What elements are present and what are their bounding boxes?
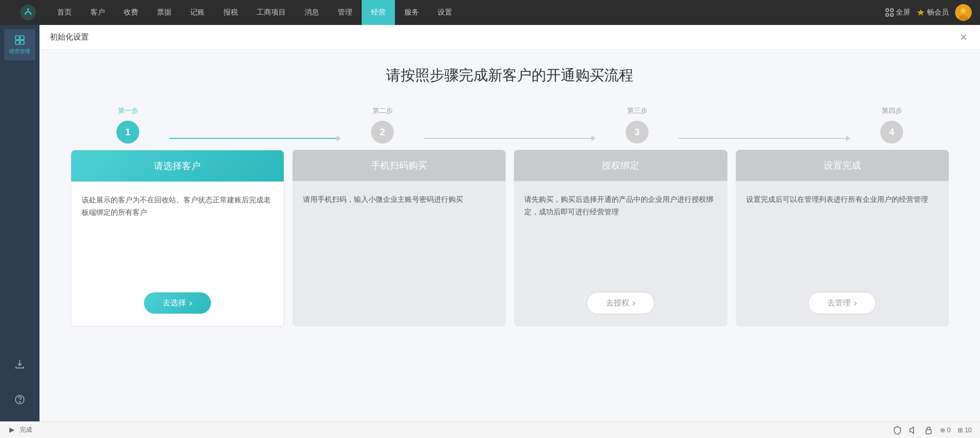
- step-2-wrapper: 第二步 2: [341, 106, 424, 144]
- main-content: 初始化设置 ✕ 请按照步骤完成新客户的开通购买流程 第一步 1: [39, 25, 980, 421]
- nav-tax[interactable]: 报税: [214, 0, 247, 25]
- battery-status: ⊞ 10: [958, 427, 972, 434]
- steps-indicator: 第一步 1 第二步 2: [71, 106, 949, 144]
- main-body: 请按照步骤完成新客户的开通购买流程 第一步 1 第二步: [39, 50, 980, 421]
- card-1-header: 请选择客户: [71, 150, 284, 182]
- nav-invoice[interactable]: 票据: [148, 0, 181, 25]
- page-title: 初始化设置: [50, 32, 89, 42]
- go-authorize-label: 去授权: [606, 298, 629, 308]
- nav-manage[interactable]: 管理: [328, 0, 362, 25]
- nav-service[interactable]: 服务: [395, 0, 428, 25]
- step-4-circle: 4: [880, 121, 903, 144]
- step-2-circle: 2: [371, 121, 394, 144]
- card-2-footer: [293, 306, 506, 327]
- svg-rect-12: [16, 41, 19, 44]
- card-4-header: 设置完成: [736, 150, 949, 181]
- sidebar-support[interactable]: [4, 384, 35, 415]
- card-3: 授权绑定 请先购买，购买后选择开通的产品中的企业用户进行授权绑定，成功后即可进行…: [514, 150, 727, 327]
- connector-2-3: [424, 135, 595, 141]
- card-3-description: 请先购买，购买后选择开通的产品中的企业用户进行授权绑定，成功后即可进行经营管理: [524, 196, 713, 216]
- sidebar-bottom: [4, 349, 35, 421]
- main-layout: 经营管理 初始化设置 ✕ 请按照步骤完成新客户: [0, 25, 980, 421]
- user-avatar[interactable]: [955, 4, 972, 21]
- shield-icon: [893, 426, 902, 434]
- svg-rect-11: [20, 36, 24, 40]
- svg-point-8: [961, 8, 966, 14]
- play-icon: [8, 427, 16, 434]
- go-manage-button[interactable]: 去管理 ›: [808, 292, 876, 314]
- step-3-wrapper: 第三步 3: [595, 106, 679, 144]
- svg-rect-13: [20, 41, 24, 44]
- connector-1-2: [169, 135, 341, 141]
- sidebar-download[interactable]: [4, 349, 35, 380]
- nav-operation[interactable]: 经营: [362, 0, 395, 25]
- card-1-title: 请选择客户: [154, 160, 201, 172]
- svg-rect-2: [886, 9, 889, 11]
- nav-message[interactable]: 消息: [295, 0, 328, 25]
- go-select-arrow: ›: [189, 298, 192, 308]
- card-1-footer: 去选择 ›: [71, 284, 284, 326]
- nav-customer[interactable]: 客户: [81, 0, 114, 25]
- nav-home[interactable]: 首页: [48, 0, 81, 25]
- card-4-description: 设置完成后可以在管理列表进行所有企业用户的经营管理: [746, 196, 928, 203]
- go-authorize-arrow: ›: [632, 298, 635, 308]
- go-select-button[interactable]: 去选择 ›: [144, 292, 211, 314]
- fullscreen-label: 全屏: [896, 8, 910, 17]
- card-4-body: 设置完成后可以在管理列表进行所有企业用户的经营管理: [736, 181, 949, 284]
- status-label: 完成: [20, 426, 32, 434]
- nav-settings[interactable]: 设置: [428, 0, 461, 25]
- step-4-label: 第四步: [882, 106, 902, 115]
- go-manage-label: 去管理: [827, 298, 851, 308]
- nav-accounting[interactable]: 记账: [181, 0, 214, 25]
- svg-rect-18: [926, 430, 931, 434]
- go-authorize-button[interactable]: 去授权 ›: [587, 292, 655, 314]
- fullscreen-btn[interactable]: 全屏: [885, 8, 910, 17]
- vip-btn[interactable]: 畅会员: [917, 8, 949, 17]
- card-1-description: 该处展示的客户为不在回收站、客户状态正常建账后完成老板端绑定的所有客户: [82, 196, 271, 216]
- sidebar-label-operation: 经营管理: [9, 48, 30, 55]
- svg-point-1: [27, 8, 29, 10]
- go-select-label: 去选择: [163, 298, 186, 308]
- nav-right-area: 全屏 畅会员: [885, 4, 972, 21]
- sidebar: 经营管理: [0, 25, 39, 421]
- card-1-body: 该处展示的客户为不在回收站、客户状态正常建账后完成老板端绑定的所有客户: [71, 182, 284, 284]
- top-navigation: 首页 客户 收费 票据 记账 报税 工商项目 消息 管理 经营 服务 设置 全屏…: [0, 0, 980, 25]
- page-heading: 请按照步骤完成新客户的开通购买流程: [71, 66, 949, 85]
- close-button[interactable]: ✕: [957, 31, 970, 44]
- connector-3-4: [679, 135, 850, 141]
- svg-point-0: [20, 5, 36, 20]
- card-3-title: 授权绑定: [602, 159, 639, 172]
- step-3-circle: 3: [626, 121, 648, 144]
- main-header: 初始化设置 ✕: [39, 25, 980, 50]
- svg-rect-4: [886, 14, 889, 16]
- step-4-wrapper: 第四步 4: [850, 106, 933, 144]
- card-2-header: 手机扫码购买: [293, 150, 506, 181]
- svg-marker-16: [9, 428, 15, 433]
- svg-rect-10: [16, 36, 19, 40]
- volume-icon: [909, 426, 917, 434]
- card-1: 请选择客户 该处展示的客户为不在回收站、客户状态正常建账后完成老板端绑定的所有客…: [71, 150, 284, 327]
- card-2: 手机扫码购买 请用手机扫码，输入小微企业主账号密码进行购买: [293, 150, 506, 327]
- status-bar-left: 完成: [8, 426, 32, 434]
- nav-business[interactable]: 工商项目: [247, 0, 295, 25]
- nav-fee[interactable]: 收费: [114, 0, 148, 25]
- go-manage-arrow: ›: [854, 298, 857, 308]
- step-1-label: 第一步: [118, 106, 138, 115]
- card-4: 设置完成 设置完成后可以在管理列表进行所有企业用户的经营管理 去管理 ›: [736, 150, 949, 327]
- card-3-header: 授权绑定: [514, 150, 727, 181]
- cards-container: 请选择客户 该处展示的客户为不在回收站、客户状态正常建账后完成老板端绑定的所有客…: [71, 150, 949, 327]
- lock-icon: [924, 426, 933, 434]
- svg-rect-3: [891, 9, 893, 11]
- card-2-title: 手机扫码购买: [371, 159, 427, 172]
- step-1-circle: 1: [116, 121, 139, 144]
- app-logo[interactable]: [8, 4, 48, 21]
- card-3-body: 请先购买，购买后选择开通的产品中的企业用户进行授权绑定，成功后即可进行经营管理: [514, 181, 727, 284]
- card-4-title: 设置完成: [824, 159, 861, 172]
- svg-marker-17: [910, 427, 913, 433]
- sidebar-item-operation[interactable]: 经营管理: [4, 29, 35, 60]
- status-bar: 完成 ⊕ 0 ⊞ 10: [0, 421, 980, 438]
- step-1-wrapper: 第一步 1: [86, 106, 169, 144]
- card-2-body: 请用手机扫码，输入小微企业主账号密码进行购买: [293, 181, 506, 306]
- svg-point-15: [19, 402, 20, 402]
- svg-rect-5: [891, 14, 893, 16]
